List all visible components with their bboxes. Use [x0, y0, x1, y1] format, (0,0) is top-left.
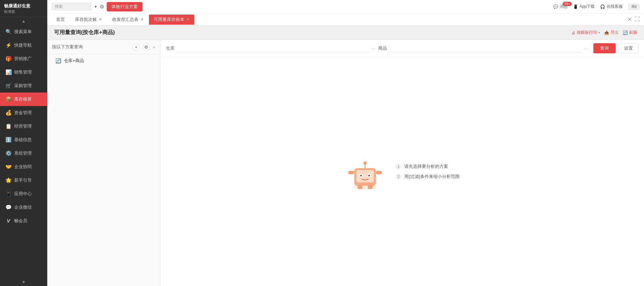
setting-btn[interactable]: 设置	[618, 43, 639, 53]
sidebar-item-basic[interactable]: ℹ️ 基础信息	[0, 133, 47, 147]
sidebar-item-wechat[interactable]: 💬 企业微信	[0, 201, 47, 214]
sidebar-item-newbie[interactable]: 🌟 新手引导	[0, 174, 47, 187]
refresh-btn[interactable]: 🔄 刷新	[623, 30, 637, 35]
tab-avail-ledger[interactable]: 可用量库存账本 ✕	[149, 15, 194, 25]
sidebar-item-sales[interactable]: 📊 销售管理	[0, 66, 47, 79]
sidebar-item-purchase[interactable]: 🛒 采购管理	[0, 79, 47, 93]
phone-icon: 📱	[573, 4, 578, 9]
topbar-app-btn[interactable]: 📱 App下载	[573, 4, 595, 9]
service-label: 在线客服	[607, 4, 623, 9]
sidebar-item-label: 快捷导航	[14, 42, 32, 48]
topbar-service-btn[interactable]: 🎧 在线客服	[600, 4, 623, 9]
main-area: 搜索 ▾ ⚙ 体验行业方案 💬 消息 99+ 📱 App下载 🎧 在线客服 Ri…	[47, 0, 644, 286]
handshake-icon: 🤝	[5, 164, 11, 170]
filter-header: 按以下方案查询 + ⚙ «	[47, 40, 160, 54]
empty-state: ? 1 请先选择要分析的方案 2 用[过滤]条件来缩小分析范围	[160, 57, 644, 286]
tab-recv-summary-close[interactable]: ✕	[140, 17, 144, 22]
tab-bar: 首页 库存批次账 ✕ 收发存汇总表 ✕ 可用量库存账本 ✕ ✕ ⛶	[47, 14, 644, 26]
tab-avail-ledger-label: 可用量库存账本	[154, 17, 184, 23]
sidebar-item-vip[interactable]: V 畅会员	[0, 214, 47, 228]
page-header: 可用量查询(按仓库+商品) 🖨 按模板打印 ▾ 📤 导出 🔄 刷新	[47, 26, 644, 40]
search-icon: 🔍	[5, 29, 11, 35]
right-panel: 仓库 ··· 商品 ··· 查询 设置	[160, 40, 644, 286]
sidebar-item-label: 库存核算	[14, 96, 32, 102]
info-icon: ℹ️	[5, 137, 11, 143]
tab-batch-ledger-close[interactable]: ✕	[99, 17, 102, 22]
svg-point-5	[360, 175, 362, 177]
goods-label: 商品	[378, 45, 387, 51]
sidebar-item-label: 应用中心	[14, 191, 32, 197]
sidebar-item-marketing[interactable]: 🎁 营销推广	[0, 52, 47, 66]
refresh-icon: 🔄	[623, 30, 628, 35]
sidebar-nav: 🔍 搜索菜单 ⚡ 快捷导航 🎁 营销推广 📊 销售管理 🛒 采购管理 📦 库存核…	[0, 25, 47, 278]
warehouse-input[interactable]	[176, 44, 370, 52]
svg-point-6	[368, 175, 370, 177]
msg-badge: 99+	[563, 2, 572, 6]
chart-icon: 📊	[5, 69, 11, 75]
tab-recv-summary[interactable]: 收发存汇总表 ✕	[107, 15, 148, 25]
warehouse-more-btn[interactable]: ···	[371, 46, 376, 51]
sidebar-logo: 畅康通好生意 标准版	[0, 0, 47, 17]
scheme-label: 仓库+商品	[64, 58, 84, 64]
gear-icon: ⚙️	[5, 150, 11, 156]
svg-rect-11	[358, 185, 362, 189]
vip-icon: V	[5, 218, 11, 224]
hint-text-2: 用[过滤]条件来缩小分析范围	[404, 174, 459, 180]
goods-more-btn[interactable]: ···	[584, 46, 588, 51]
goods-field: 商品 ···	[378, 44, 588, 52]
sidebar-item-label: 经营管理	[14, 123, 32, 129]
sidebar-item-inventory[interactable]: 📦 库存核算	[0, 93, 47, 106]
sidebar-item-search[interactable]: 🔍 搜索菜单	[0, 25, 47, 38]
topbar-dropdown-icon[interactable]: ▾	[95, 4, 97, 9]
topbar: 搜索 ▾ ⚙ 体验行业方案 💬 消息 99+ 📱 App下载 🎧 在线客服 Ri…	[47, 0, 644, 14]
window-controls: ✕ ⛶	[627, 16, 640, 23]
sidebar-item-biz[interactable]: 📋 经营管理	[0, 120, 47, 133]
sidebar-item-label: 营销推广	[14, 56, 32, 62]
svg-rect-2	[356, 170, 374, 182]
sidebar-item-label: 资金管理	[14, 110, 32, 116]
money-icon: 💰	[5, 110, 11, 116]
logo-title: 畅康通好生意	[4, 3, 43, 9]
goods-input[interactable]	[388, 44, 583, 52]
settings-scheme-btn[interactable]: ⚙	[143, 43, 150, 51]
window-close-btn[interactable]: ✕	[627, 16, 632, 23]
print-btn[interactable]: 🖨 按模板打印 ▾	[571, 30, 600, 35]
scroll-down-btn[interactable]: ▼	[0, 278, 47, 286]
scroll-up-btn[interactable]: ▲	[0, 17, 47, 25]
window-expand-btn[interactable]: ⛶	[635, 16, 640, 23]
topbar-user-btn[interactable]: Rit	[628, 3, 640, 10]
topbar-msg-btn[interactable]: 💬 消息 99+	[553, 4, 568, 9]
svg-text:?: ?	[363, 164, 366, 168]
printer-icon: 🖨	[571, 30, 575, 35]
query-btn[interactable]: 查询	[593, 43, 616, 53]
tab-home-label: 首页	[56, 17, 65, 23]
topbar-gear-icon[interactable]: ⚙	[100, 4, 104, 10]
warehouse-label: 仓库	[166, 45, 175, 51]
scheme-item-warehouse-goods[interactable]: 🔄 仓库+商品	[47, 54, 160, 67]
tab-home[interactable]: 首页	[51, 15, 70, 25]
add-scheme-btn[interactable]: +	[132, 43, 140, 51]
tab-avail-ledger-close[interactable]: ✕	[186, 17, 189, 22]
tab-batch-ledger-label: 库存批次账	[75, 17, 97, 23]
clipboard-icon: 📋	[5, 123, 11, 129]
export-btn[interactable]: 📤 导出	[604, 30, 619, 35]
empty-hint-1: 1 请先选择要分析的方案	[395, 163, 459, 170]
gift-icon: 🎁	[5, 56, 11, 62]
sidebar-item-corp[interactable]: 🤝 企业协同	[0, 160, 47, 174]
empty-hint-2: 2 用[过滤]条件来缩小分析范围	[395, 174, 459, 180]
sidebar-item-system[interactable]: ⚙️ 系统管理	[0, 147, 47, 160]
sidebar-item-label: 系统管理	[14, 150, 32, 156]
sidebar-item-appcenter[interactable]: 📱 应用中心	[0, 187, 47, 201]
mobile-icon: 📱	[5, 191, 11, 197]
industry-btn[interactable]: 体验行业方案	[107, 2, 143, 11]
topbar-search-box[interactable]: 搜索	[51, 2, 92, 11]
collapse-panel-btn[interactable]: «	[153, 44, 155, 50]
sidebar-item-label: 搜索菜单	[14, 29, 32, 35]
sidebar-item-label: 采购管理	[14, 83, 32, 89]
topbar-right: 💬 消息 99+ 📱 App下载 🎧 在线客服 Rit	[553, 3, 640, 10]
export-icon: 📤	[604, 30, 609, 35]
sidebar-item-finance[interactable]: 💰 资金管理	[0, 106, 47, 120]
empty-hints: 1 请先选择要分析的方案 2 用[过滤]条件来缩小分析范围	[395, 163, 459, 180]
sidebar-item-shortcut[interactable]: ⚡ 快捷导航	[0, 38, 47, 52]
tab-batch-ledger[interactable]: 库存批次账 ✕	[70, 15, 107, 25]
